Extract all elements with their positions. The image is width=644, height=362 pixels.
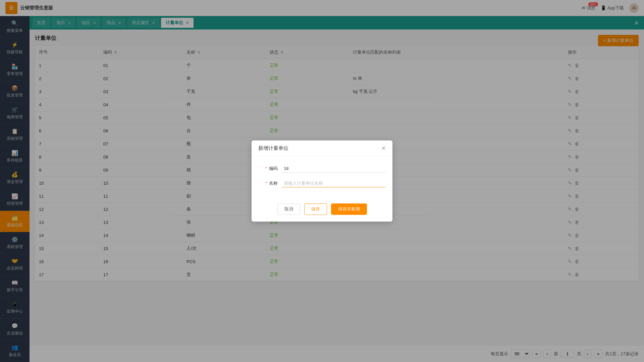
form-row-code: * 编码 bbox=[258, 165, 386, 173]
modal-title: 新增计量单位 bbox=[258, 145, 288, 152]
name-input[interactable] bbox=[282, 179, 386, 187]
modal-overlay[interactable]: 新增计量单位 ✕ * 编码 * 名称 取消 保存 保存并新增 bbox=[0, 0, 644, 362]
modal-close-button[interactable]: ✕ bbox=[381, 146, 386, 151]
save-button[interactable]: 保存 bbox=[304, 203, 327, 215]
add-unit-modal: 新增计量单位 ✕ * 编码 * 名称 取消 保存 保存并新增 bbox=[252, 140, 392, 222]
form-row-name: * 名称 bbox=[258, 179, 386, 187]
modal-body: * 编码 * 名称 bbox=[252, 157, 392, 199]
save-and-new-button[interactable]: 保存并新增 bbox=[331, 203, 367, 215]
cancel-button[interactable]: 取消 bbox=[277, 203, 300, 215]
code-input[interactable] bbox=[282, 165, 386, 173]
name-label: * 名称 bbox=[258, 180, 282, 186]
code-label: * 编码 bbox=[258, 166, 282, 172]
modal-header: 新增计量单位 ✕ bbox=[252, 140, 392, 157]
modal-footer: 取消 保存 保存并新增 bbox=[252, 199, 392, 222]
